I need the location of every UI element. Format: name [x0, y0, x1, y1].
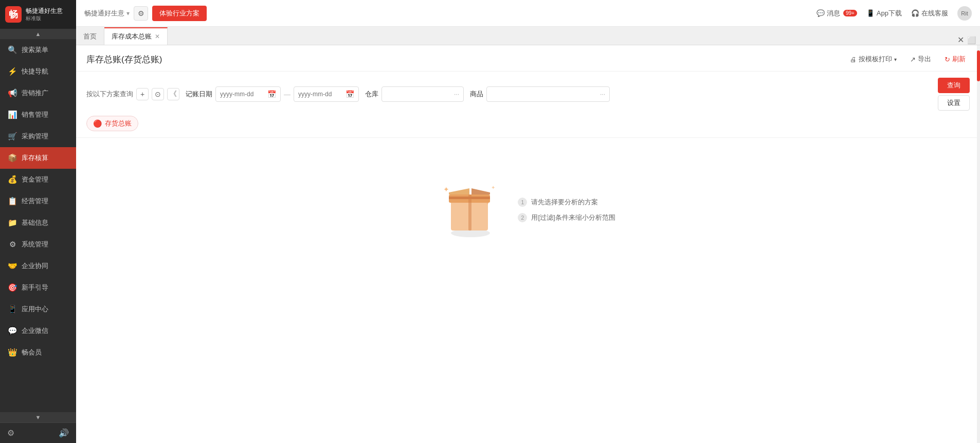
empty-step-2: 2 用[过滤]条件来缩小分析范围	[518, 213, 615, 222]
print-chevron-icon: ▾	[894, 57, 897, 62]
tab-home[interactable]: 首页	[76, 28, 104, 45]
edit-scheme-button[interactable]: ⊙	[152, 88, 164, 100]
sidebar-item-enterprise[interactable]: 🤝 企业协同	[0, 255, 76, 277]
online-service-button[interactable]: 🎧 在线客服	[911, 9, 948, 18]
tab-bar: 首页 库存成本总账 ✕ ✕ ⬜	[76, 27, 980, 45]
sidebar-item-marketing[interactable]: 📢 营销推广	[0, 82, 76, 104]
system-icon: ⚙	[7, 239, 17, 250]
calendar-end-icon[interactable]: 📅	[346, 90, 354, 98]
empty-state: ✦ ✦ ✦ 1 请先选择要分析的方案 2 用[过滤]条件来缩小分析范围	[76, 138, 980, 282]
finance-icon: 💰	[7, 174, 17, 185]
export-icon: ↗	[910, 56, 916, 63]
printer-icon: 🖨	[850, 56, 857, 63]
warehouse-select[interactable]: ···	[382, 86, 464, 102]
empty-text: 1 请先选择要分析的方案 2 用[过滤]条件来缩小分析范围	[518, 198, 615, 222]
footer-audio-icon[interactable]: 🔊	[59, 428, 69, 438]
svg-text:✦: ✦	[486, 201, 489, 206]
page-actions: 🖨 按模板打印 ▾ ↗ 导出 ↻ 刷新	[846, 52, 970, 66]
top-header: 畅捷通好生意 ▾ ⚙ 体验行业方案 💬 消息 99+ 📱 App下载 🎧 在线客…	[76, 0, 980, 27]
close-all-tabs-button[interactable]: ✕	[957, 35, 964, 45]
query-button[interactable]: 查询	[938, 78, 970, 93]
sidebar-item-system[interactable]: ⚙ 系统管理	[0, 234, 76, 255]
scrollbar-thumb	[977, 50, 980, 81]
sidebar-item-basic[interactable]: 📁 基础信息	[0, 212, 76, 234]
sidebar-item-member[interactable]: 👑 畅会员	[0, 342, 76, 363]
sidebar-item-wechat[interactable]: 💬 企业微信	[0, 320, 76, 342]
tab-inventory-ledger[interactable]: 库存成本总账 ✕	[104, 27, 168, 45]
export-button[interactable]: ↗ 导出	[906, 52, 935, 66]
sidebar-nav: 🔍 搜索菜单 ⚡ 快捷导航 📢 营销推广 📊 销售管理 🛒 采购管理 📦 库存核…	[0, 39, 76, 412]
newguide-icon: 🎯	[7, 282, 17, 293]
sidebar-item-purchase[interactable]: 🛒 采购管理	[0, 126, 76, 147]
app-download-button[interactable]: 📱 App下载	[866, 9, 902, 18]
message-icon: 💬	[816, 9, 825, 17]
print-template-button[interactable]: 🖨 按模板打印 ▾	[846, 52, 901, 66]
scroll-down-btn[interactable]: ▼	[0, 412, 76, 422]
sales-icon: 📊	[7, 110, 17, 120]
sidebar-item-finance[interactable]: 💰 资金管理	[0, 169, 76, 190]
resize-icon[interactable]: ⬜	[967, 36, 976, 44]
page-content: 库存总账(存货总账) 🖨 按模板打印 ▾ ↗ 导出 ↻ 刷新	[76, 45, 980, 443]
warehouse-filter: 仓库 ···	[365, 86, 464, 102]
scheme-selector: 🔴 存货总账	[86, 116, 970, 131]
sidebar-item-inventory[interactable]: 📦 库存核算	[0, 147, 76, 169]
sidebar-item-search[interactable]: 🔍 搜索菜单	[0, 39, 76, 61]
date-label: 记账日期	[186, 90, 212, 99]
collapse-button[interactable]: 《	[167, 88, 179, 100]
content-area: 库存总账(存货总账) 🖨 按模板打印 ▾ ↗ 导出 ↻ 刷新	[76, 45, 980, 443]
svg-text:✦: ✦	[491, 185, 495, 190]
add-scheme-button[interactable]: +	[136, 88, 149, 100]
filter-row: 按以下方案查询 + ⊙ 《 记账日期 📅 —	[86, 78, 970, 111]
scheme-item-inventory[interactable]: 🔴 存货总账	[86, 116, 138, 131]
date-end-field[interactable]	[298, 91, 343, 98]
header-right: 💬 消息 99+ 📱 App下载 🎧 在线客服 Rit	[816, 6, 972, 21]
date-start-input[interactable]: 📅	[215, 86, 281, 102]
sidebar-item-newguide[interactable]: 🎯 新手引导	[0, 277, 76, 298]
product-label: 商品	[470, 90, 483, 99]
chevron-down-icon: ▾	[126, 10, 130, 17]
empty-illustration: ✦ ✦ ✦	[441, 179, 502, 241]
step-1-num: 1	[518, 198, 527, 207]
calendar-start-icon[interactable]: 📅	[267, 90, 276, 98]
empty-step-1: 1 请先选择要分析的方案	[518, 198, 615, 207]
date-separator: —	[284, 91, 291, 98]
svg-rect-4	[468, 194, 471, 231]
logo-text: 畅捷通好生意 标准版	[26, 7, 63, 23]
settings-text-button[interactable]: 设置	[938, 95, 970, 111]
scroll-up-btn[interactable]: ▲	[0, 29, 76, 39]
empty-svg: ✦ ✦ ✦	[441, 179, 502, 241]
product-more-icon: ···	[600, 91, 605, 98]
filter-area: 按以下方案查询 + ⊙ 《 记账日期 📅 —	[76, 72, 980, 138]
date-filter: 记账日期 📅 — 📅	[186, 86, 359, 102]
svg-text:✦: ✦	[443, 185, 449, 193]
main-area: 畅捷通好生意 ▾ ⚙ 体验行业方案 💬 消息 99+ 📱 App下载 🎧 在线客…	[76, 0, 980, 443]
tab-close-icon[interactable]: ✕	[155, 33, 160, 40]
appcenter-icon: 📱	[7, 304, 17, 314]
sidebar-item-sales[interactable]: 📊 销售管理	[0, 104, 76, 126]
operation-icon: 📋	[7, 196, 17, 206]
basic-icon: 📁	[7, 218, 17, 228]
wechat-icon: 💬	[7, 326, 17, 336]
date-start-field[interactable]	[220, 91, 265, 98]
footer-settings-icon[interactable]: ⚙	[7, 428, 14, 438]
trial-button[interactable]: 体验行业方案	[152, 6, 207, 21]
header-settings-button[interactable]: ⚙	[134, 6, 148, 21]
user-avatar[interactable]: Rit	[957, 6, 972, 21]
product-filter: 商品 ···	[470, 86, 610, 102]
date-end-input[interactable]: 📅	[294, 86, 359, 102]
message-button[interactable]: 💬 消息 99+	[816, 9, 857, 18]
search-icon: 🔍	[7, 45, 17, 55]
sidebar-item-operation[interactable]: 📋 经营管理	[0, 190, 76, 212]
page-title: 库存总账(存货总账)	[86, 54, 162, 65]
svg-marker-5	[449, 188, 469, 194]
headset-icon: 🎧	[911, 9, 919, 17]
message-badge: 99+	[843, 10, 857, 16]
refresh-button[interactable]: ↻ 刷新	[940, 52, 970, 66]
sidebar-item-appcenter[interactable]: 📱 应用中心	[0, 298, 76, 320]
page-header: 库存总账(存货总账) 🖨 按模板打印 ▾ ↗ 导出 ↻ 刷新	[76, 45, 980, 72]
empty-content: ✦ ✦ ✦ 1 请先选择要分析的方案 2 用[过滤]条件来缩小分析范围	[441, 179, 615, 241]
product-select[interactable]: ···	[486, 86, 610, 102]
step-2-num: 2	[518, 213, 527, 222]
refresh-icon: ↻	[945, 56, 950, 63]
sidebar-item-quicknav[interactable]: ⚡ 快捷导航	[0, 61, 76, 82]
